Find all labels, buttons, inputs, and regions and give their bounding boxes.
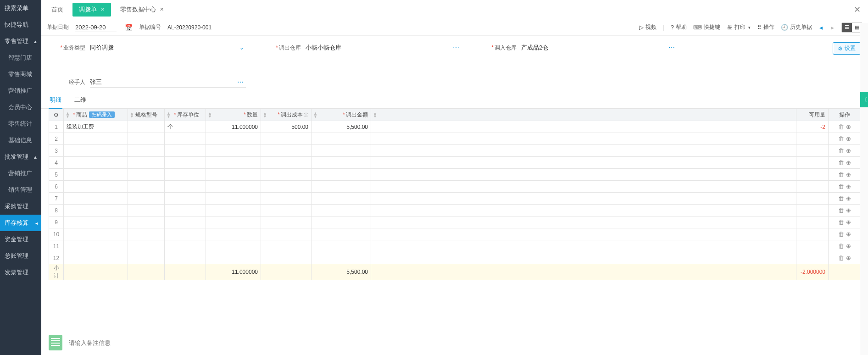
table-row[interactable]: 12🗑⊕: [49, 252, 861, 264]
table-row[interactable]: 6🗑⊕: [49, 181, 861, 193]
cell-spec[interactable]: [128, 121, 165, 133]
cell-blank[interactable]: [371, 121, 796, 133]
close-all-icon[interactable]: ✕: [854, 5, 861, 15]
table-row[interactable]: 1 组装加工费 个 11.000000 500.00 5,500.00 -2 🗑…: [49, 121, 861, 133]
sidebar-item-member-center[interactable]: 会员中心: [0, 99, 41, 116]
sidebar-item-retail-mgmt[interactable]: 零售管理▲: [0, 33, 41, 50]
add-icon[interactable]: ⊕: [846, 171, 851, 178]
table-row[interactable]: 8🗑⊕: [49, 205, 861, 216]
col-qty[interactable]: ▲▼*数量: [206, 109, 261, 121]
table-row[interactable]: 3🗑⊕: [49, 145, 861, 157]
date-input[interactable]: [75, 23, 117, 32]
delete-icon[interactable]: 🗑: [838, 231, 844, 238]
sidebar-item-quick-nav[interactable]: 快捷导航: [0, 17, 41, 33]
table-row[interactable]: 11🗑⊕: [49, 240, 861, 252]
operate-button[interactable]: ⠿操作: [757, 23, 774, 31]
sidebar-item-ledger-mgmt[interactable]: 总账管理: [0, 248, 41, 264]
sidebar-item-purchase-mgmt[interactable]: 采购管理: [0, 198, 41, 215]
prev-button[interactable]: ◂: [818, 24, 823, 31]
sidebar-item-retail-mall[interactable]: 零售商城: [0, 66, 41, 83]
in-warehouse-input[interactable]: [521, 42, 677, 53]
cell-qty[interactable]: 11.000000: [206, 121, 261, 133]
delete-icon[interactable]: 🗑: [838, 171, 844, 178]
sidebar-item-inventory[interactable]: 库存核算◂: [0, 215, 41, 231]
out-warehouse-input[interactable]: [306, 42, 462, 53]
sidebar-item-wholesale-mgmt[interactable]: 批发管理▲: [0, 149, 41, 165]
remark-input[interactable]: [69, 339, 252, 346]
next-button[interactable]: ▸: [830, 24, 835, 31]
delete-icon[interactable]: 🗑: [838, 219, 844, 226]
delete-icon[interactable]: 🗑: [838, 123, 844, 130]
help-button[interactable]: ?帮助: [671, 23, 687, 31]
cell-out-cost[interactable]: 500.00: [261, 121, 312, 133]
cell-out-amount[interactable]: 5,500.00: [312, 121, 371, 133]
tab-transfer-order[interactable]: 调拨单✕: [72, 3, 111, 17]
add-icon[interactable]: ⊕: [846, 147, 851, 154]
subtab-2d[interactable]: 二维: [73, 93, 87, 108]
table-row[interactable]: 10🗑⊕: [49, 228, 861, 240]
add-icon[interactable]: ⊕: [846, 207, 851, 214]
table-row[interactable]: 5🗑⊕: [49, 169, 861, 181]
rail-expand-button[interactable]: 〔: [860, 92, 868, 107]
sidebar-item-search-menu[interactable]: 搜索菜单: [0, 0, 41, 17]
sidebar-item-marketing-2[interactable]: 营销推广: [0, 165, 41, 182]
settings-button[interactable]: ⚙设置: [833, 42, 861, 55]
add-icon[interactable]: ⊕: [846, 195, 851, 202]
close-icon[interactable]: ✕: [160, 6, 164, 12]
delete-icon[interactable]: 🗑: [838, 207, 844, 214]
barcode-button[interactable]: 扫码录入: [89, 111, 115, 118]
video-button[interactable]: ▷视频: [639, 23, 657, 31]
gear-header[interactable]: ⚙: [49, 109, 64, 121]
col-out-cost[interactable]: ▲▼*调出成本ⓘ: [261, 109, 312, 121]
sidebar-item-fund-mgmt[interactable]: 资金管理: [0, 231, 41, 248]
table-row[interactable]: 2🗑⊕: [49, 133, 861, 145]
cell-unit[interactable]: 个: [165, 121, 206, 133]
sidebar-item-retail-stats[interactable]: 零售统计: [0, 116, 41, 132]
col-blank[interactable]: ▲▼: [371, 109, 796, 121]
add-icon[interactable]: ⊕: [846, 123, 851, 130]
delete-icon[interactable]: 🗑: [838, 255, 844, 261]
more-icon[interactable]: ⋯: [668, 44, 675, 51]
delete-icon[interactable]: 🗑: [838, 159, 844, 166]
sidebar-item-smart-store[interactable]: 智慧门店: [0, 50, 41, 66]
biz-type-select[interactable]: [90, 42, 246, 53]
sidebar-item-marketing[interactable]: 营销推广: [0, 83, 41, 99]
list-view-icon[interactable]: ☰: [842, 23, 852, 32]
add-icon[interactable]: ⊕: [846, 243, 851, 250]
cell-product[interactable]: 组装加工费: [64, 121, 128, 133]
sidebar-item-basic-info[interactable]: 基础信息: [0, 132, 41, 149]
delete-icon[interactable]: 🗑: [838, 243, 844, 250]
more-icon[interactable]: ⋯: [237, 78, 244, 86]
add-icon[interactable]: ⊕: [846, 219, 851, 226]
table-row[interactable]: 9🗑⊕: [49, 216, 861, 228]
handler-input[interactable]: [90, 77, 246, 88]
delete-icon[interactable]: 🗑: [838, 195, 844, 202]
col-out-amount[interactable]: ▲▼*调出金额: [312, 109, 371, 121]
tab-retail-data-center[interactable]: 零售数据中心✕: [114, 3, 170, 17]
more-icon[interactable]: ⋯: [453, 44, 460, 51]
sidebar-item-invoice-mgmt[interactable]: 发票管理: [0, 264, 41, 281]
col-spec[interactable]: ▲▼规格型号: [128, 109, 165, 121]
print-button[interactable]: 🖶打印▾: [727, 23, 751, 31]
delete-icon[interactable]: 🗑: [838, 183, 844, 190]
delete-icon[interactable]: 🗑: [838, 135, 844, 142]
history-button[interactable]: 🕘历史单据: [781, 23, 812, 31]
table-row[interactable]: 4🗑⊕: [49, 157, 861, 169]
shortcut-button[interactable]: ⌨快捷键: [693, 23, 720, 31]
subtab-detail[interactable]: 明细: [49, 93, 62, 109]
add-icon[interactable]: ⊕: [846, 159, 851, 166]
add-icon[interactable]: ⊕: [846, 135, 851, 142]
add-icon[interactable]: ⊕: [846, 255, 851, 261]
col-product[interactable]: ▲▼*商品扫码录入: [64, 109, 128, 121]
calendar-icon[interactable]: 📅: [125, 24, 133, 31]
sidebar-item-sales-mgmt[interactable]: 销售管理: [0, 182, 41, 198]
chevron-down-icon[interactable]: ⌄: [239, 44, 244, 51]
add-icon[interactable]: ⊕: [846, 231, 851, 238]
delete-icon[interactable]: 🗑: [838, 147, 844, 154]
note-icon[interactable]: [49, 335, 62, 350]
add-icon[interactable]: ⊕: [846, 183, 851, 190]
col-unit[interactable]: ▲▼*库存单位: [165, 109, 206, 121]
col-avail[interactable]: 可用量: [796, 109, 829, 121]
tab-home[interactable]: 首页: [45, 3, 70, 17]
close-icon[interactable]: ✕: [100, 6, 105, 12]
